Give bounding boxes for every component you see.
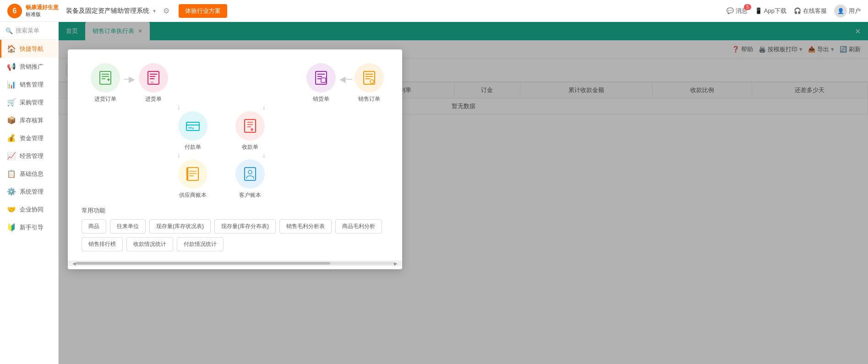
message-icon: 💬	[726, 7, 734, 14]
func-btn-sales-profit[interactable]: 销售毛利分析表	[279, 219, 332, 234]
settings-icon[interactable]: ⚙	[163, 6, 169, 15]
customer-ledger-icon	[235, 159, 265, 189]
svg-rect-12	[321, 78, 326, 82]
flow-node-sale-order[interactable]: 销售订单	[355, 63, 384, 103]
marketing-icon: 📢	[7, 62, 16, 71]
sidebar-item-label: 营销推广	[20, 63, 44, 71]
sidebar: 🔍 搜索菜单 🏠 快捷导航 📢 营销推广 📊 销售管理 🛒 采购管理 📦	[0, 22, 59, 364]
func-buttons-row2: 销售排行榜 收款情况统计 付款情况统计	[82, 237, 388, 251]
receipt-label: 收款单	[242, 143, 258, 151]
scrollbar-thumb[interactable]	[76, 262, 330, 265]
svg-text:¥: ¥	[191, 126, 194, 130]
system-icon: ⚙️	[7, 187, 16, 196]
search-menu-label: 搜索菜单	[16, 27, 39, 35]
sidebar-item-enterprise[interactable]: 🤝 企业协同	[0, 201, 58, 218]
sidebar-item-label: 基础信息	[20, 170, 44, 178]
online-service-button[interactable]: 🎧 在线客服	[794, 7, 827, 15]
sidebar-item-operations[interactable]: 📈 经营管理	[0, 147, 58, 165]
search-icon: 🔍	[5, 27, 13, 34]
purchase-bill-icon	[139, 63, 168, 92]
flow-modal: 进货订单 - - - ▶	[68, 49, 402, 269]
username: 用户	[849, 7, 861, 15]
flow-node-purchase-bill[interactable]: 进货单	[139, 63, 168, 103]
content-area: 首页 销售订单执行表 ✕ ✕ ❓ 帮助 🖨️ 按模板打印 ▾	[59, 22, 868, 364]
logo-icon: 6	[7, 4, 22, 18]
user-area[interactable]: 👤 用户	[834, 5, 861, 17]
flow-node-payment[interactable]: ¥ 付款单	[178, 111, 207, 151]
sidebar-item-finance[interactable]: 💰 资金管理	[0, 129, 58, 147]
func-btn-product-profit[interactable]: 商品毛利分析	[335, 219, 382, 234]
flow-node-purchase-order[interactable]: 进货订单	[91, 63, 120, 103]
flow-node-receipt[interactable]: 收款单	[235, 111, 265, 151]
purchase-order-icon	[91, 63, 120, 92]
receipt-icon	[235, 111, 265, 141]
headphone-icon: 🎧	[794, 7, 801, 14]
message-button[interactable]: 💬 消息 5	[726, 7, 748, 15]
sidebar-item-label: 系统管理	[20, 188, 44, 196]
sidebar-item-purchase[interactable]: 🛒 采购管理	[0, 93, 58, 111]
purchase-icon: 🛒	[7, 98, 16, 107]
sidebar-item-inventory[interactable]: 📦 库存核算	[0, 111, 58, 129]
sale-bill-label: 销货单	[313, 95, 329, 103]
flow-node-sale-bill[interactable]: 销货单	[306, 63, 336, 103]
func-btn-product[interactable]: 商品	[82, 219, 106, 234]
scroll-left-icon[interactable]: ◀	[72, 261, 76, 266]
common-functions-title: 常用功能	[82, 206, 388, 215]
sidebar-item-marketing[interactable]: 📢 营销推广	[0, 58, 58, 76]
operations-icon: 📈	[7, 152, 16, 160]
flow-diagram: 进货订单 - - - ▶	[77, 59, 393, 199]
svg-rect-22	[245, 120, 256, 132]
sidebar-item-newbie[interactable]: 🔰 新手引导	[0, 218, 58, 236]
sidebar-item-system[interactable]: ⚙️ 系统管理	[0, 183, 58, 201]
inventory-icon: 📦	[7, 116, 16, 125]
payment-label: 付款单	[185, 143, 201, 151]
func-btn-receipt-stats[interactable]: 收款情况统计	[126, 237, 173, 251]
func-btn-stock-status[interactable]: 现存量(库存状况表)	[149, 219, 211, 234]
search-menu[interactable]: 🔍 搜索菜单	[0, 22, 58, 40]
trial-button[interactable]: 体验行业方案	[179, 4, 227, 18]
system-name: 装备及固定资产辅助管理系统	[66, 7, 149, 15]
sidebar-item-sales[interactable]: 📊 销售管理	[0, 76, 58, 93]
app-download-icon: 📱	[755, 7, 762, 14]
online-service-label: 在线客服	[803, 7, 827, 15]
app-download-button[interactable]: 📱 App下载	[755, 7, 786, 15]
sidebar-item-label: 销售管理	[20, 81, 44, 89]
func-btn-stock-dist[interactable]: 现存量(库存分布表)	[214, 219, 276, 234]
finance-icon: 💰	[7, 134, 16, 142]
sales-icon: 📊	[7, 80, 16, 89]
scroll-right-icon[interactable]: ▶	[394, 261, 398, 266]
modal-overlay: 进货订单 - - - ▶	[59, 22, 868, 364]
func-buttons-row1: 商品 往来单位 现存量(库存状况表) 现存量(库存分布表) 销售毛利分析表 商品…	[82, 219, 388, 234]
logo-text: 畅康通好生意 标准版	[26, 4, 59, 18]
purchase-bill-label: 进货单	[145, 95, 162, 103]
quick-nav-icon: 🏠	[7, 44, 16, 53]
func-btn-counterpart[interactable]: 往来单位	[110, 219, 146, 234]
system-title: 装备及固定资产辅助管理系统 ▾ ⚙ 体验行业方案	[66, 4, 726, 18]
func-btn-payment-stats[interactable]: 付款情况统计	[177, 237, 224, 251]
sidebar-item-basic-info[interactable]: 📋 基础信息	[0, 165, 58, 183]
sidebar-item-label: 快捷导航	[20, 45, 44, 53]
sale-order-icon	[355, 63, 384, 92]
flow-node-supplier-ledger[interactable]: 供应商账本	[178, 159, 207, 199]
sale-order-label: 销售订单	[358, 95, 380, 103]
common-functions: 常用功能 商品 往来单位 现存量(库存状况表) 现存量(库存分布表) 销售毛利分…	[77, 206, 393, 256]
func-btn-sales-rank[interactable]: 销售排行榜	[82, 237, 123, 251]
sale-bill-icon	[306, 63, 336, 92]
purchase-order-label: 进货订单	[94, 95, 116, 103]
sidebar-item-label: 企业协同	[20, 206, 44, 214]
svg-rect-23	[187, 168, 198, 180]
supplier-ledger-label: 供应商账本	[179, 191, 207, 199]
dropdown-arrow-icon[interactable]: ▾	[153, 8, 156, 14]
payment-icon: ¥	[178, 111, 207, 141]
customer-ledger-label: 客户账本	[239, 191, 261, 199]
sidebar-item-label: 经营管理	[20, 152, 44, 160]
sidebar-item-quick-nav[interactable]: 🏠 快捷导航	[0, 40, 58, 58]
sidebar-item-label: 新手引导	[20, 223, 44, 232]
flow-node-customer-ledger[interactable]: 客户账本	[235, 159, 265, 199]
svg-point-29	[248, 170, 252, 174]
enterprise-icon: 🤝	[7, 205, 16, 214]
basic-info-icon: 📋	[7, 169, 16, 178]
scrollbar-track[interactable]	[76, 262, 394, 265]
supplier-ledger-icon	[178, 159, 207, 189]
modal-scrollbar[interactable]: ◀ ▶	[68, 261, 402, 266]
